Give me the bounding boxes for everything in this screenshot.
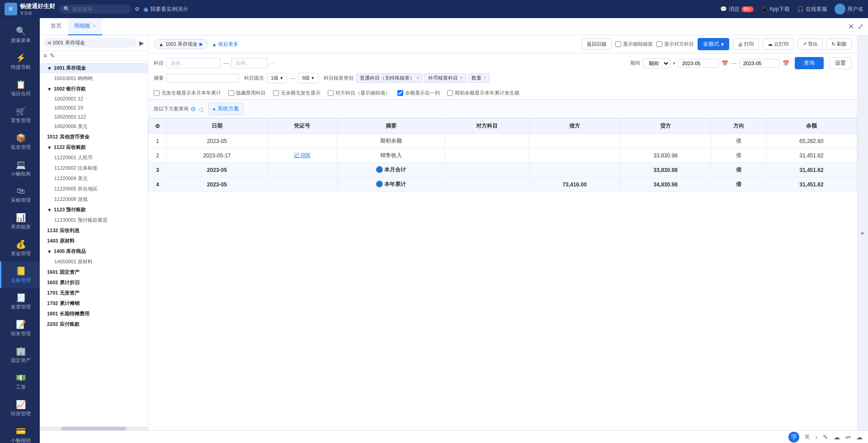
opt-no-occurrence[interactable]: 无发生额显示本月本年累计 bbox=[154, 90, 221, 96]
subject-end-input[interactable]: 选择... bbox=[231, 58, 268, 68]
tree-item-14050001[interactable]: 14050001 原材料 bbox=[40, 257, 148, 267]
tree-item-11220002[interactable]: 11220002 往来标签 bbox=[40, 163, 148, 173]
opt-balance-in-one[interactable]: 余额显示在一列 bbox=[397, 90, 440, 96]
sidebar-item-search[interactable]: 🔍 搜索菜单 bbox=[0, 22, 40, 48]
tab-close-btn[interactable]: × bbox=[93, 24, 96, 29]
translate-btn[interactable]: 字 bbox=[788, 432, 799, 443]
tree-item-1801[interactable]: 1801 长期待摊费用 bbox=[40, 309, 148, 319]
tree-item-11220004[interactable]: 11220004 美元 bbox=[40, 173, 148, 184]
sidebar-item-purchase[interactable]: 🛍 采购管理 bbox=[0, 182, 40, 208]
account-search-bar[interactable]: ◀ 1001 库存现金 bbox=[43, 38, 137, 48]
col-gear[interactable]: ⚙ bbox=[149, 119, 167, 134]
period-start-input[interactable] bbox=[678, 59, 719, 68]
tree-add-btn[interactable]: ✎ bbox=[50, 52, 55, 59]
tree-item-1001[interactable]: ▼ 1001 库存现金 bbox=[40, 63, 148, 73]
sync-icon[interactable]: ⇌ bbox=[845, 433, 851, 441]
query-settings-icon[interactable]: ⚙ bbox=[190, 105, 196, 113]
sidebar-item-ecommerce[interactable]: 💻 小畅电商 bbox=[0, 155, 40, 182]
tree-item-1702[interactable]: 1702 累计摊销 bbox=[40, 298, 148, 309]
tree-item-1123[interactable]: ▼ 1123 预付账款 bbox=[40, 205, 148, 215]
sidebar-item-assets[interactable]: 🏢 固定资产 bbox=[0, 342, 40, 368]
sidebar-item-capital[interactable]: 💰 资金管理 bbox=[0, 235, 40, 262]
tree-item-10020003[interactable]: 10020003 122 bbox=[40, 112, 148, 121]
hide-disabled-checkbox[interactable] bbox=[228, 90, 234, 96]
edit-icon[interactable]: ✎ bbox=[823, 433, 828, 441]
tree-item-11220001[interactable]: 11220001 人民币 bbox=[40, 152, 148, 163]
level-end-select[interactable]: 6级 ▾ bbox=[298, 73, 318, 83]
cloud-print-btn[interactable]: ☁ 云打印 bbox=[763, 38, 794, 50]
type-tag-foreign-del[interactable]: × bbox=[460, 76, 462, 81]
show-aux-checkbox[interactable] bbox=[615, 41, 621, 47]
system-scheme-btn[interactable]: ● 系统方案 bbox=[208, 103, 243, 115]
sidebar-item-salary[interactable]: 💵 工资 bbox=[0, 368, 40, 395]
app-download-btn[interactable]: 📱 App下载 bbox=[761, 5, 790, 13]
tree-item-1602[interactable]: 1602 累计折旧 bbox=[40, 277, 148, 288]
print-btn[interactable]: 🖨 打印 bbox=[733, 38, 759, 50]
show-contra-check[interactable]: 显示对方科目 bbox=[656, 41, 694, 48]
format-dropdown-btn[interactable]: 金额式 ▾ bbox=[698, 38, 729, 50]
tree-item-11230001[interactable]: 11230001 预付账款黄芸 bbox=[40, 215, 148, 225]
subject-input[interactable]: 选择... ··· bbox=[166, 58, 221, 68]
period-begin-checkbox[interactable] bbox=[447, 90, 453, 96]
sidebar-item-wholesale[interactable]: 📦 批发管理 bbox=[0, 129, 40, 155]
sidebar-item-quicknav[interactable]: ⚡ 快捷导航 bbox=[0, 48, 40, 75]
tree-item-1405[interactable]: ▼ 1405 库存商品 bbox=[40, 246, 148, 257]
query-btn[interactable]: 查询 bbox=[795, 57, 824, 69]
period-type-select[interactable]: 期间 bbox=[643, 58, 670, 68]
tab-close-window-btn[interactable]: ✕ bbox=[848, 22, 854, 31]
sidebar-item-tax[interactable]: 📝 税务管理 bbox=[0, 315, 40, 342]
contra-show-checkbox[interactable] bbox=[328, 90, 334, 96]
right-collapse-panel[interactable]: ▶ bbox=[857, 35, 868, 430]
arrow-icon[interactable]: › bbox=[815, 433, 817, 441]
user-avatar-btn[interactable]: 用户名 bbox=[835, 4, 863, 14]
expand-more-btn[interactable]: ▲ 收起更多 bbox=[212, 41, 238, 48]
summary-input[interactable] bbox=[166, 74, 239, 83]
lang-toggle[interactable]: 英 bbox=[805, 433, 810, 440]
tree-item-11220005[interactable]: 11220005 所在地区 bbox=[40, 184, 148, 194]
period-end-input[interactable] bbox=[739, 59, 780, 68]
cloud-sync-icon[interactable]: ☁ bbox=[856, 433, 863, 441]
tree-item-1122[interactable]: ▼ 1122 应收账款 bbox=[40, 142, 148, 152]
no-balance-checkbox[interactable] bbox=[273, 90, 279, 96]
tree-item-1601[interactable]: 1601 固定资产 bbox=[40, 267, 148, 277]
opt-contra-show[interactable]: 对方科目（显示辅助项） bbox=[328, 90, 390, 96]
tab-maximize-btn[interactable]: ⤢ bbox=[858, 22, 863, 31]
tab-detail[interactable]: 明细账 × bbox=[68, 18, 102, 35]
gear-settings-btn[interactable]: ⚙ bbox=[135, 6, 140, 12]
type-tag-normal-del[interactable]: × bbox=[416, 76, 419, 81]
online-service-btn[interactable]: 🎧 在线客服 bbox=[797, 5, 827, 13]
show-contra-checkbox[interactable] bbox=[656, 41, 662, 47]
tree-item-10020001[interactable]: 10020001 12 bbox=[40, 94, 148, 103]
tree-item-10020006[interactable]: 10020006 美元 bbox=[40, 121, 148, 132]
top-search-bar[interactable]: 🔍 bbox=[59, 5, 131, 14]
tree-item-1701[interactable]: 1701 无形资产 bbox=[40, 288, 148, 298]
settings-btn[interactable]: 设置 bbox=[829, 57, 852, 69]
cloud-icon[interactable]: ☁ bbox=[834, 433, 840, 441]
return-old-btn[interactable]: 返回旧版 bbox=[582, 38, 612, 50]
level-start-select[interactable]: 1级 ▾ bbox=[267, 73, 287, 83]
tree-item-1002[interactable]: ▼ 1002 银行存款 bbox=[40, 84, 148, 94]
tree-item-1132[interactable]: 1132 应收利息 bbox=[40, 225, 148, 236]
tree-item-1403[interactable]: 1403 原材料 bbox=[40, 236, 148, 246]
type-tag-quantity-del[interactable]: × bbox=[483, 76, 486, 81]
sidebar-item-invoice[interactable]: 🧾 发票管理 bbox=[0, 288, 40, 315]
tree-item-11220006[interactable]: 11220006 游戏 bbox=[40, 194, 148, 205]
tree-item-1012[interactable]: 1012 其他货币资金 bbox=[40, 132, 148, 142]
balance-in-one-checkbox[interactable] bbox=[397, 90, 403, 96]
tree-item-2202[interactable]: 2202 应付账款 bbox=[40, 319, 148, 329]
voucher-link[interactable]: 记-006 bbox=[294, 152, 310, 158]
tree-scrollbar[interactable] bbox=[40, 427, 148, 430]
sidebar-item-inventory[interactable]: 📊 库存核算 bbox=[0, 208, 40, 235]
sidebar-item-project[interactable]: 📋 项目合同 bbox=[0, 75, 40, 102]
tree-item-10010001[interactable]: 10010001 哟哟哟 bbox=[40, 73, 148, 84]
message-btn[interactable]: 💬 消息 99+ bbox=[720, 5, 754, 13]
demo-link[interactable]: ◉ 我要看实例演示 bbox=[143, 5, 188, 13]
opt-hide-disabled[interactable]: 隐藏禁用科目 bbox=[228, 90, 266, 96]
sidebar-item-operation[interactable]: 📈 经营管理 bbox=[0, 395, 40, 422]
query-collapse-icon[interactable]: ◁ bbox=[198, 105, 203, 113]
sidebar-item-expense[interactable]: 💳 小畅报销 bbox=[0, 422, 40, 443]
tree-item-10020002[interactable]: 10020002 23 bbox=[40, 103, 148, 112]
opt-no-balance[interactable]: 无余额无发生显示 bbox=[273, 90, 321, 96]
tree-expand-all-btn[interactable]: ≡ bbox=[43, 52, 47, 59]
gear-icon[interactable]: ⚙ bbox=[155, 123, 160, 129]
